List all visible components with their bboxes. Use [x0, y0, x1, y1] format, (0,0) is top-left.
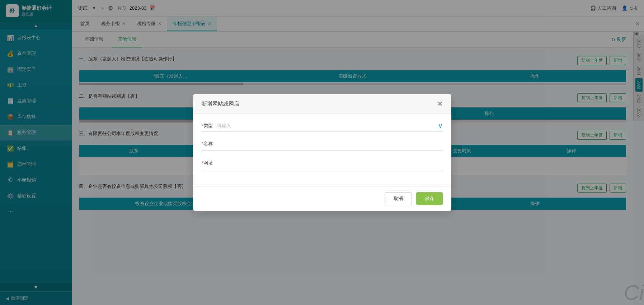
type-select-wrapper: 请输入 ∨: [217, 123, 443, 129]
modal-header: 新增网站或网店 ✕: [193, 94, 451, 114]
form-group-type: * 类型 请输入 ∨: [202, 123, 443, 131]
url-input[interactable]: [217, 158, 443, 168]
form-group-name: * 名称: [202, 139, 443, 151]
url-label-text: 网址: [203, 160, 213, 166]
cancel-button[interactable]: 取消: [385, 192, 412, 205]
type-dropdown-icon[interactable]: ∨: [438, 122, 443, 130]
type-placeholder: 请输入: [217, 123, 231, 129]
modal-body: * 类型 请输入 ∨ * 名称 *: [193, 114, 451, 186]
save-button[interactable]: 保存: [416, 192, 443, 205]
modal-add-website: 新增网站或网店 ✕ * 类型 请输入 ∨ * 名称: [193, 94, 451, 211]
type-label-text: 类型: [203, 123, 213, 129]
modal-title: 新增网站或网店: [202, 101, 239, 107]
name-label-text: 名称: [203, 140, 213, 147]
modal-close-button[interactable]: ✕: [437, 100, 443, 108]
form-group-url: * 网址: [202, 158, 443, 170]
name-input[interactable]: [217, 139, 443, 148]
modal-overlay[interactable]: 新增网站或网店 ✕ * 类型 请输入 ∨ * 名称: [0, 0, 644, 305]
modal-footer: 取消 保存: [193, 186, 451, 211]
